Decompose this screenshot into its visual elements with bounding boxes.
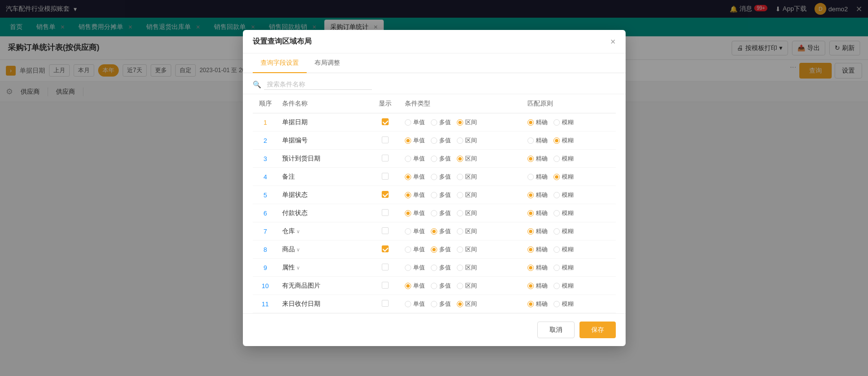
search-icon: 🔍 [253,81,261,88]
modal-close-button[interactable]: × [610,37,616,46]
modal-title: 设置查询区域布局 [253,37,312,46]
col-display-header: 显示 [370,94,401,102]
modal-search-area: 🔍 [243,73,626,94]
config-table: 顺序 条件名称 显示 条件类型 匹配原则 [253,94,616,102]
col-match-header: 匹配原则 [524,94,616,102]
modal-header: 设置查询区域布局 × [243,30,626,54]
modal-overlay: 设置查询区域布局 × 查询字段设置 布局调整 🔍 顺序 [0,0,868,102]
modal-tab-layout-label: 布局调整 [315,59,340,66]
modal-body: 顺序 条件名称 显示 条件类型 匹配原则 [243,94,626,102]
modal-dialog: 设置查询区域布局 × 查询字段设置 布局调整 🔍 顺序 [243,30,626,102]
modal-tab-layout[interactable]: 布局调整 [307,54,348,73]
col-order-header: 顺序 [253,94,278,102]
modal-tab-query-label: 查询字段设置 [261,59,299,66]
search-input[interactable] [264,79,372,90]
col-type-header: 条件类型 [401,94,524,102]
modal-tab-query[interactable]: 查询字段设置 [253,54,307,73]
col-name-header: 条件名称 [278,94,370,102]
modal-tabs: 查询字段设置 布局调整 [243,54,626,73]
